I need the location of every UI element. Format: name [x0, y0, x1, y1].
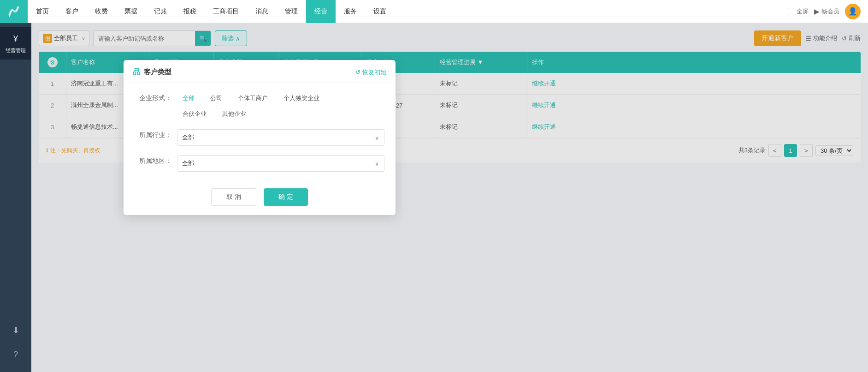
nav-item-bills[interactable]: 票据 — [116, 0, 146, 23]
sidebar-item-download[interactable]: ⬇ — [0, 318, 31, 342]
help-icon: ? — [9, 348, 22, 361]
nav-item-accounting[interactable]: 记账 — [146, 0, 175, 23]
sidebar-bottom: ⬇ ? — [0, 318, 31, 372]
modal-body: 企业形式： 全部 公司 个体工商户 个人独资企业 合伙企业 其他企业 — [124, 83, 396, 181]
confirm-button[interactable]: 确 定 — [264, 188, 308, 206]
reset-icon: ↺ — [355, 69, 360, 76]
region-row: 所属地区： 全部 ∨ — [135, 155, 384, 172]
region-select[interactable]: 全部 ∨ — [177, 155, 384, 172]
enterprise-tag-group: 全部 公司 个体工商户 个人独资企业 — [177, 92, 384, 104]
enterprise-form-label: 企业形式： — [135, 92, 171, 102]
yuan-icon: ¥ — [9, 32, 22, 45]
nav-item-home[interactable]: 首页 — [28, 0, 57, 23]
enterprise-form-row: 企业形式： 全部 公司 个体工商户 个人独资企业 合伙企业 其他企业 — [135, 92, 384, 120]
enterprise-form-content: 全部 公司 个体工商户 个人独资企业 合伙企业 其他企业 — [177, 92, 384, 120]
nav-item-tax[interactable]: 报税 — [175, 0, 205, 23]
nav-item-fees[interactable]: 收费 — [87, 0, 116, 23]
tag-other[interactable]: 其他企业 — [217, 108, 252, 120]
modal-title-icon: 品 — [133, 67, 140, 77]
modal-title: 品 客户类型 — [133, 67, 171, 77]
vip-button[interactable]: ▶ 畅会员 — [814, 7, 839, 16]
industry-select[interactable]: 全部 ∨ — [177, 129, 384, 146]
vip-label: 畅会员 — [821, 7, 839, 16]
nav-item-manage[interactable]: 管理 — [277, 0, 306, 23]
filter-modal: 品 客户类型 ↺ 恢复初始 企业形式： 全部 — [124, 60, 396, 215]
fullscreen-icon: ⛶ — [787, 7, 795, 16]
cancel-button[interactable]: 取 消 — [211, 188, 256, 206]
download-icon: ⬇ — [9, 324, 22, 337]
nav-item-customer[interactable]: 客户 — [57, 0, 87, 23]
top-nav: 首页 客户 收费 票据 记账 报税 工商项目 消息 管理 经营 服务 设置 ⛶ … — [0, 0, 868, 23]
nav-item-message[interactable]: 消息 — [247, 0, 277, 23]
industry-row: 所属行业： 全部 ∨ — [135, 129, 384, 146]
region-label: 所属地区： — [135, 155, 171, 165]
region-value: 全部 — [182, 159, 194, 168]
nav-items: 首页 客户 收费 票据 记账 报税 工商项目 消息 管理 经营 服务 设置 — [28, 0, 787, 23]
vip-icon: ▶ — [814, 7, 820, 16]
reset-label: 恢复初始 — [362, 68, 386, 77]
main-content: 图 全部员工 ∨ 🔍 筛选 ∧ 开通新客户 ☰ 功能介绍 — [31, 23, 868, 372]
sidebar-item-label: 经营管理 — [6, 47, 26, 54]
sidebar-item-operation-management[interactable]: ¥ 经营管理 — [0, 27, 31, 60]
modal-overlay: 品 客户类型 ↺ 恢复初始 企业形式： 全部 — [31, 23, 868, 372]
sidebar-item-help[interactable]: ? — [0, 342, 31, 366]
tag-partnership[interactable]: 合伙企业 — [177, 108, 212, 120]
industry-content: 全部 ∨ — [177, 129, 384, 146]
tag-all[interactable]: 全部 — [177, 92, 200, 104]
enterprise-tag-group-2: 合伙企业 其他企业 — [177, 108, 384, 120]
tag-company[interactable]: 公司 — [205, 92, 228, 104]
modal-title-text: 客户类型 — [144, 68, 171, 77]
layout: ¥ 经营管理 ⬇ ? 图 全部员工 ∨ 🔍 — [0, 23, 868, 372]
industry-value: 全部 — [182, 133, 194, 142]
modal-header: 品 客户类型 ↺ 恢复初始 — [124, 60, 396, 83]
tag-sole-proprietorship[interactable]: 个人独资企业 — [278, 92, 325, 104]
industry-label: 所属行业： — [135, 129, 171, 139]
tag-individual[interactable]: 个体工商户 — [232, 92, 273, 104]
modal-footer: 取 消 确 定 — [124, 181, 396, 215]
sidebar: ¥ 经营管理 ⬇ ? — [0, 23, 31, 372]
chevron-down-icon: ∨ — [375, 160, 379, 167]
nav-item-service[interactable]: 服务 — [336, 0, 365, 23]
chevron-down-icon: ∨ — [375, 134, 379, 141]
nav-item-settings[interactable]: 设置 — [365, 0, 395, 23]
nav-right: ⛶ 全屏 ▶ 畅会员 👤 — [787, 4, 861, 19]
fullscreen-label: 全屏 — [797, 7, 809, 16]
avatar[interactable]: 👤 — [845, 4, 861, 19]
logo — [0, 0, 28, 23]
modal-reset-button[interactable]: ↺ 恢复初始 — [355, 68, 386, 77]
fullscreen-button[interactable]: ⛶ 全屏 — [787, 7, 809, 16]
region-content: 全部 ∨ — [177, 155, 384, 172]
nav-item-business[interactable]: 工商项目 — [205, 0, 247, 23]
nav-item-operation[interactable]: 经营 — [306, 0, 336, 23]
